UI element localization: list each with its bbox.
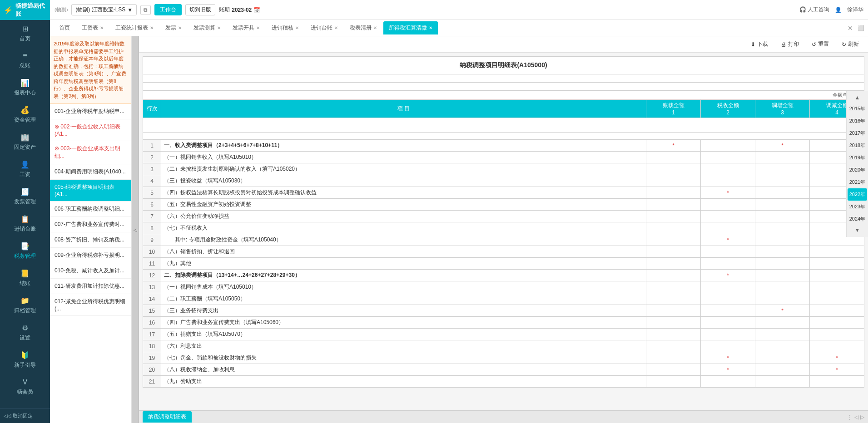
row-col2-cell[interactable] <box>701 258 755 270</box>
row-col3-cell[interactable] <box>755 293 810 305</box>
left-menu-item-004[interactable]: 004-期间费用明细表(A1040... <box>50 164 131 180</box>
tab-close-3[interactable]: ✕ <box>178 25 182 30</box>
row-col2-cell[interactable] <box>701 175 755 187</box>
refresh-btn[interactable]: ↻ 刷新 <box>838 39 863 49</box>
row-col4-cell[interactable] <box>810 258 864 270</box>
row-col3-cell[interactable] <box>755 270 810 281</box>
maximize-icon[interactable]: ⬜ <box>858 25 864 31</box>
row-col3-cell[interactable] <box>755 187 810 199</box>
scroll-left-icon[interactable]: ◁ <box>854 414 858 420</box>
row-col3-cell[interactable] <box>755 199 810 211</box>
row-col2-cell[interactable]: * <box>701 364 755 376</box>
row-col4-cell[interactable] <box>810 329 864 340</box>
row-col1-cell[interactable] <box>646 258 701 270</box>
workbench-button[interactable]: 工作台 <box>154 4 182 15</box>
left-menu-item-005[interactable]: 005-纳税调整项目明细表(A1... <box>50 180 131 202</box>
year-up-btn[interactable]: ▲ <box>853 93 862 103</box>
tab-7[interactable]: 进销台账✕ <box>305 21 343 34</box>
year-down-btn[interactable]: ▼ <box>853 225 862 235</box>
row-col2-cell[interactable] <box>701 163 755 175</box>
year-item-2020年[interactable]: 2020年 <box>848 164 867 176</box>
left-menu-item-003[interactable]: ⊗ 003-一般企业成本支出明细... <box>50 141 131 164</box>
row-col3-cell[interactable] <box>755 258 810 270</box>
row-col4-cell[interactable] <box>810 340 864 352</box>
sidebar-item-进销台账[interactable]: 📋进销台账 <box>0 210 50 237</box>
row-col1-cell[interactable] <box>646 246 701 258</box>
reset-btn[interactable]: ↺ 重置 <box>808 39 833 49</box>
year-item-2024年[interactable]: 2024年 <box>848 213 867 225</box>
row-col3-cell[interactable] <box>755 211 810 222</box>
row-col4-cell[interactable] <box>810 281 864 293</box>
row-col3-cell[interactable] <box>755 152 810 163</box>
row-col3-cell[interactable] <box>755 329 810 340</box>
sidebar-item-总账[interactable]: ≡总账 <box>0 47 50 74</box>
year-item-2017年[interactable]: 2017年 <box>848 127 867 139</box>
year-item-2021年[interactable]: 2021年 <box>848 176 867 188</box>
row-col3-cell[interactable] <box>755 246 810 258</box>
tab-4[interactable]: 发票测算✕ <box>188 21 226 34</box>
row-col2-cell[interactable] <box>701 281 755 293</box>
table-wrapper[interactable]: 纳税调整项目明细表(A105000)金额单位: 元 行次 项 目 账载全额1 税… <box>139 53 868 410</box>
row-col2-cell[interactable]: * <box>701 352 755 364</box>
year-item-2022年[interactable]: 2022年 <box>848 188 867 201</box>
bottom-tab-item[interactable]: 纳税调整明细表 <box>143 411 192 423</box>
row-col1-cell[interactable] <box>646 199 701 211</box>
row-col3-cell[interactable] <box>755 234 810 246</box>
tab-1[interactable]: 工资表✕ <box>76 21 109 34</box>
year-item-2018年[interactable]: 2018年 <box>848 139 867 152</box>
row-col2-cell[interactable] <box>701 293 755 305</box>
left-menu-item-001[interactable]: 001-企业所得税年度纳税申... <box>50 104 131 119</box>
row-col3-cell[interactable] <box>755 376 810 388</box>
row-col1-cell[interactable] <box>646 352 701 364</box>
sidebar-item-资金管理[interactable]: 💰资金管理 <box>0 101 50 128</box>
tab-close-2[interactable]: ✕ <box>150 25 154 30</box>
row-col2-cell[interactable]: * <box>701 270 755 281</box>
tab-3[interactable]: 发票✕ <box>160 21 187 34</box>
service-btn[interactable]: 🎧 人工咨询 <box>799 6 829 14</box>
collapse-panel-btn[interactable]: ◁ <box>132 36 139 423</box>
row-col1-cell[interactable] <box>646 152 701 163</box>
left-menu-item-007[interactable]: 007-广告费和业务宣传费时... <box>50 217 131 232</box>
tab-close-7[interactable]: ✕ <box>334 25 338 30</box>
print-btn[interactable]: 🖨 打印 <box>777 39 803 49</box>
year-item-2016年[interactable]: 2016年 <box>848 115 867 127</box>
calendar-icon[interactable]: 📅 <box>253 7 260 13</box>
row-col2-cell[interactable] <box>701 222 755 234</box>
left-menu-item-006[interactable]: 006-职工薪酬纳税调整明细... <box>50 202 131 217</box>
left-menu-item-010[interactable]: 010-免税、减计收入及加计... <box>50 263 131 279</box>
row-col2-cell[interactable] <box>701 246 755 258</box>
row-col1-cell[interactable] <box>646 175 701 187</box>
year-item-2023年[interactable]: 2023年 <box>848 201 867 213</box>
switch-old-btn[interactable]: 切到旧版 <box>185 4 215 15</box>
row-col1-cell[interactable] <box>646 293 701 305</box>
row-col4-cell[interactable] <box>810 376 864 388</box>
tab-close-4[interactable]: ✕ <box>217 25 221 30</box>
sidebar-item-设置[interactable]: ⚙设置 <box>0 319 50 346</box>
sidebar-item-归档管理[interactable]: 📁归档管理 <box>0 292 50 319</box>
row-col2-cell[interactable] <box>701 140 755 152</box>
tab-close-5[interactable]: ✕ <box>256 25 260 30</box>
tab-0[interactable]: 首页 <box>54 21 75 34</box>
row-col3-cell[interactable] <box>755 317 810 329</box>
row-col3-cell[interactable] <box>755 163 810 175</box>
row-col1-cell[interactable] <box>646 270 701 281</box>
sidebar-item-报表中心[interactable]: 📊报表中心 <box>0 74 50 101</box>
left-menu-item-002[interactable]: ⊗ 002-一般企业收入明细表(A1... <box>50 119 131 141</box>
row-col3-cell[interactable] <box>755 340 810 352</box>
row-col2-cell[interactable] <box>701 317 755 329</box>
year-item-2019年[interactable]: 2019年 <box>848 152 867 164</box>
sidebar-item-工资[interactable]: 👤工资 <box>0 156 50 183</box>
tab-close-6[interactable]: ✕ <box>295 25 299 30</box>
row-col1-cell[interactable] <box>646 222 701 234</box>
row-col1-cell[interactable] <box>646 340 701 352</box>
row-col2-cell[interactable] <box>701 376 755 388</box>
row-col2-cell[interactable] <box>701 152 755 163</box>
row-col2-cell[interactable]: * <box>701 234 755 246</box>
row-col1-cell[interactable] <box>646 376 701 388</box>
sidebar-unpin-btn[interactable]: ◁◁ 取消固定 <box>0 408 50 423</box>
copy-icon-btn[interactable]: ⧉ <box>140 5 151 15</box>
row-col1-cell[interactable] <box>646 211 701 222</box>
row-col3-cell[interactable]: * <box>755 140 810 152</box>
row-col1-cell[interactable] <box>646 305 701 317</box>
row-col2-cell[interactable] <box>701 329 755 340</box>
